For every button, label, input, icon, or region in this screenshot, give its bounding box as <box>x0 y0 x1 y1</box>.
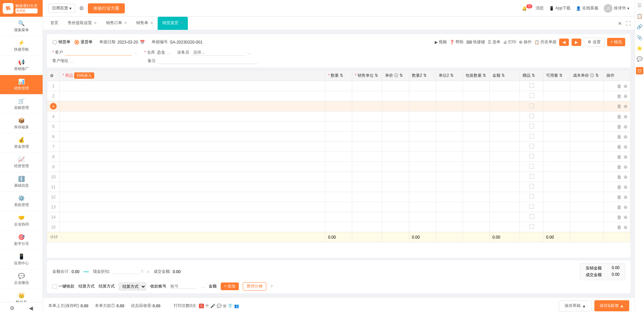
tab-销货退货[interactable]: 销货退货✕ <box>158 17 188 30</box>
copy-icon[interactable]: ⊕ <box>624 83 628 89</box>
gift-checkbox[interactable] <box>529 184 534 189</box>
amount-cell[interactable] <box>490 182 520 192</box>
price-cell[interactable] <box>382 132 409 142</box>
amount-cell[interactable] <box>490 162 520 172</box>
amount-cell[interactable] <box>490 142 520 152</box>
gift-checkbox[interactable] <box>529 104 534 108</box>
unit2-cell[interactable] <box>436 91 463 101</box>
pack-cell[interactable] <box>463 172 490 182</box>
topbar-gear-icon[interactable]: ⚙ <box>79 5 84 11</box>
price-cell[interactable] <box>382 112 409 122</box>
product-cell[interactable] <box>60 172 325 182</box>
delete-icon[interactable]: 🗑 <box>617 124 622 129</box>
qty2-cell[interactable] <box>409 101 436 112</box>
sidebar-item-快捷导航[interactable]: ⚡快捷导航 <box>0 36 43 56</box>
unit2-cell[interactable] <box>436 162 463 172</box>
gift-checkbox[interactable] <box>529 114 534 118</box>
sidebar-collapse-icon[interactable]: ◀ <box>29 305 33 311</box>
avail-cell[interactable] <box>543 152 570 162</box>
avail-cell[interactable] <box>543 112 570 122</box>
avail-cell[interactable] <box>543 101 570 112</box>
delete-icon[interactable]: 🗑 <box>617 114 622 119</box>
user-avatar[interactable]: 人 徐泽华 ▾ <box>604 4 629 13</box>
product-cell[interactable] <box>60 101 325 112</box>
sidebar-item-采购管理[interactable]: 🛒采购管理 <box>0 95 43 114</box>
cash-discount-help-icon[interactable]: ? <box>141 269 143 274</box>
qty-cell[interactable] <box>325 152 352 162</box>
qty2-cell[interactable] <box>409 81 436 91</box>
delete-icon[interactable]: 🗑 <box>617 194 622 200</box>
radio-return[interactable]: 退货单 <box>74 39 93 45</box>
delete-icon[interactable]: 🗑 <box>617 204 622 210</box>
tab-销售订单[interactable]: 销售订单✕ <box>101 17 131 30</box>
sidebar-item-资金管理[interactable]: 💰资金管理 <box>0 133 43 153</box>
qty-cell[interactable] <box>325 202 352 212</box>
customer-input[interactable] <box>65 49 132 56</box>
unit2-cell[interactable] <box>436 112 463 122</box>
fee-help-icon[interactable]: ? <box>270 284 273 289</box>
sidebar-item-库存核算[interactable]: 📦库存核算 <box>0 114 43 133</box>
qty2-cell[interactable] <box>409 142 436 152</box>
delete-icon[interactable]: 🗑 <box>617 93 622 99</box>
gift-checkbox[interactable] <box>529 224 534 229</box>
pack-cell[interactable] <box>463 132 490 142</box>
delete-icon[interactable]: 🗑 <box>617 134 622 139</box>
qty-cell[interactable] <box>325 91 352 101</box>
qty2-cell[interactable] <box>409 152 436 162</box>
cost-cell[interactable] <box>570 122 604 132</box>
one-click-pay-check[interactable] <box>52 284 57 289</box>
avail-cell[interactable] <box>543 122 570 132</box>
sidebar-item-营销推广[interactable]: 📢营销推广 <box>0 56 43 75</box>
price-cell[interactable] <box>382 222 409 232</box>
copy-icon[interactable]: ⊕ <box>624 204 628 210</box>
pack-cell[interactable] <box>463 91 490 101</box>
pack-cell[interactable] <box>463 192 490 202</box>
qty2-cell[interactable] <box>409 122 436 132</box>
qty2-cell[interactable] <box>409 112 436 122</box>
avail-cell[interactable] <box>543 142 570 152</box>
online-service-btn[interactable]: 👤 在线客服 <box>576 5 598 11</box>
amount-cell[interactable] <box>490 152 520 162</box>
unit2-cell[interactable] <box>436 122 463 132</box>
video-action[interactable]: ▶ 视频 <box>435 39 447 45</box>
copy-icon[interactable]: ⊕ <box>624 184 628 190</box>
history-action[interactable]: 📋 历史单据 <box>534 39 556 45</box>
scan-btn[interactable]: 扫码录入 <box>74 72 94 79</box>
price-cell[interactable] <box>382 202 409 212</box>
amount-cell[interactable] <box>490 101 520 112</box>
copy-icon[interactable]: ⊕ <box>624 174 628 180</box>
sidebar-item-经营管理[interactable]: 📈经营管理 <box>0 153 43 172</box>
nav-next-btn[interactable]: ▶ <box>572 39 581 46</box>
price-cell[interactable] <box>382 162 409 172</box>
rp-icon2[interactable]: 📋 <box>637 13 642 19</box>
qty2-cell[interactable] <box>409 182 436 192</box>
amount-cell[interactable] <box>490 132 520 142</box>
product-cell[interactable] <box>60 122 325 132</box>
cash-discount-input[interactable] <box>112 269 139 274</box>
copy-icon[interactable]: ⊕ <box>624 154 628 160</box>
price-cell[interactable] <box>382 172 409 182</box>
unit-cell[interactable] <box>352 101 382 112</box>
copy-icon[interactable]: ⊕ <box>624 104 628 109</box>
product-cell[interactable] <box>60 81 325 91</box>
unit-cell[interactable] <box>352 142 382 152</box>
amount-cell[interactable] <box>490 192 520 202</box>
unit-cell[interactable] <box>352 212 382 222</box>
price-cell[interactable] <box>382 122 409 132</box>
delete-icon[interactable]: 🗑 <box>617 144 622 149</box>
rp-icon3[interactable]: 🔗 <box>637 24 642 29</box>
amount-cell[interactable] <box>490 212 520 222</box>
gift-checkbox[interactable] <box>529 154 534 159</box>
sidebar-item-新手引导[interactable]: 🎯新手引导 <box>0 231 43 250</box>
cost-cell[interactable] <box>570 222 604 232</box>
amount-cell[interactable] <box>490 112 520 122</box>
qty2-cell[interactable] <box>409 222 436 232</box>
amount-cell[interactable] <box>490 222 520 232</box>
avail-cell[interactable] <box>543 202 570 212</box>
avail-cell[interactable] <box>543 162 570 172</box>
nav-prev-btn[interactable]: ◀ <box>559 39 569 46</box>
copy-icon[interactable]: ⊕ <box>624 134 628 139</box>
qty-cell[interactable] <box>325 122 352 132</box>
unit2-cell[interactable] <box>436 192 463 202</box>
cost-cell[interactable] <box>570 101 604 112</box>
